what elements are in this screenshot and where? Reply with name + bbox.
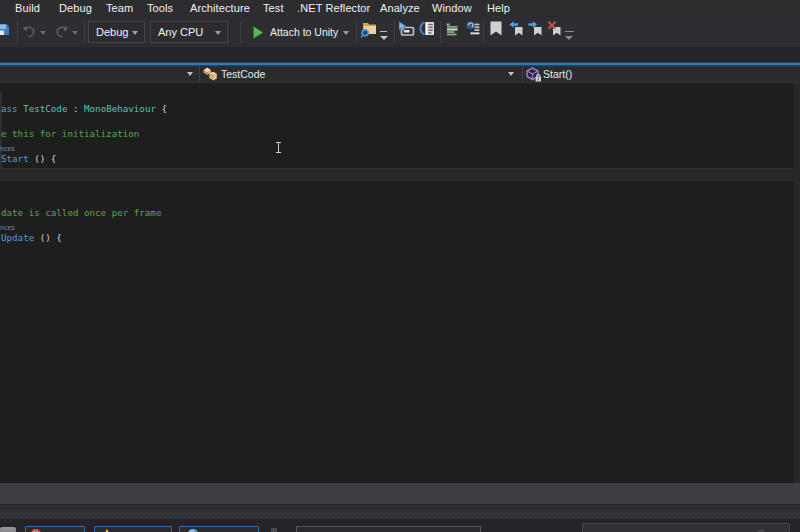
code-line-comment-update: date is called once per frame bbox=[1, 208, 161, 218]
code-line-class-declaration: ass TestCode : MonoBehaviour { bbox=[1, 104, 167, 114]
menu-net-reflector[interactable]: .NET Reflector bbox=[297, 2, 370, 14]
undo-dropdown-chevron[interactable] bbox=[40, 31, 46, 35]
toolbar-separator bbox=[483, 21, 484, 43]
solution-platform-combo[interactable]: Any CPU bbox=[150, 21, 228, 43]
find-in-files-icon[interactable] bbox=[360, 21, 378, 39]
menu-tools[interactable]: Tools bbox=[147, 2, 173, 14]
toolbar-separator bbox=[440, 21, 441, 43]
toolbar-separator bbox=[394, 21, 395, 43]
horizontal-scrollbar[interactable] bbox=[0, 483, 800, 504]
panel-small-icon[interactable] bbox=[271, 528, 277, 532]
toolbar-separator bbox=[356, 21, 357, 43]
menu-debug[interactable]: Debug bbox=[59, 2, 92, 14]
next-bookmark-icon[interactable] bbox=[528, 21, 542, 36]
code-line-update-method: Update () { bbox=[1, 233, 62, 243]
configuration-chevron bbox=[132, 31, 138, 35]
menu-team[interactable]: Team bbox=[106, 2, 133, 14]
configuration-value: Debug bbox=[96, 26, 128, 38]
menu-architecture[interactable]: Architecture bbox=[190, 2, 250, 14]
redo-dropdown-chevron[interactable] bbox=[72, 31, 78, 35]
error-list-search-box[interactable] bbox=[582, 523, 790, 532]
class-icon bbox=[203, 67, 218, 82]
type-dropdown-chevron bbox=[508, 72, 514, 76]
error-source-combo[interactable] bbox=[296, 526, 481, 532]
private-method-icon bbox=[526, 67, 542, 83]
errors-filter-button[interactable]: ✕ bbox=[25, 526, 85, 532]
toolbar-overflow-chevron[interactable] bbox=[565, 31, 574, 40]
vertical-scrollbar[interactable] bbox=[794, 83, 800, 483]
document-tab-well bbox=[0, 47, 800, 63]
toggle-bookmark-icon[interactable] bbox=[490, 21, 502, 36]
code-line-comment-start: e this for initialization bbox=[1, 129, 139, 139]
display-parameter-info-icon[interactable] bbox=[419, 21, 435, 37]
solution-configuration-combo[interactable]: Debug bbox=[88, 21, 145, 43]
platform-chevron bbox=[215, 31, 221, 35]
previous-bookmark-icon[interactable] bbox=[509, 21, 523, 36]
display-object-member-list-icon[interactable] bbox=[398, 21, 415, 37]
menu-help[interactable]: Help bbox=[487, 2, 510, 14]
panel-corner-piece bbox=[0, 527, 16, 532]
clear-bookmarks-icon[interactable] bbox=[547, 21, 561, 36]
uncomment-lines-icon[interactable] bbox=[466, 21, 480, 36]
search-icon bbox=[757, 529, 767, 532]
member-dropdown[interactable]: Start() bbox=[523, 64, 800, 83]
codelens-references-start[interactable]: nces bbox=[0, 145, 15, 153]
messages-filter-button[interactable]: i bbox=[179, 526, 259, 532]
menu-build[interactable]: Build bbox=[15, 2, 40, 14]
navigation-bar: TestCode Start() bbox=[0, 64, 800, 83]
type-dropdown[interactable]: TestCode bbox=[200, 64, 522, 83]
ibeam-mouse-cursor bbox=[275, 142, 282, 154]
toolbar: Debug Any CPU Attach to Unity bbox=[0, 18, 800, 47]
toolbar-separator bbox=[240, 21, 241, 43]
type-dropdown-value: TestCode bbox=[221, 68, 265, 80]
current-line-highlight bbox=[0, 168, 800, 182]
menu-test[interactable]: Test bbox=[263, 2, 284, 14]
codelens-references-update[interactable]: nces bbox=[0, 224, 15, 232]
error-list-panel: ✕ i bbox=[0, 504, 800, 532]
project-dropdown-chevron bbox=[187, 72, 193, 76]
comment-lines-icon[interactable] bbox=[446, 23, 459, 36]
menu-bar: Build Debug Team Tools Architecture Test… bbox=[0, 0, 800, 18]
visual-studio-window: Build Debug Team Tools Architecture Test… bbox=[0, 0, 800, 532]
member-dropdown-value: Start() bbox=[543, 68, 572, 80]
panel-title-grip[interactable] bbox=[0, 511, 800, 519]
warnings-filter-button[interactable] bbox=[94, 526, 172, 532]
save-icon[interactable] bbox=[0, 22, 10, 37]
menu-analyze[interactable]: Analyze bbox=[380, 2, 420, 14]
redo-icon[interactable] bbox=[55, 24, 69, 38]
toolbar-separator bbox=[84, 21, 85, 43]
find-options-chevron[interactable] bbox=[380, 31, 388, 40]
undo-icon[interactable] bbox=[22, 24, 36, 38]
play-icon[interactable] bbox=[252, 26, 264, 39]
toolbar-separator bbox=[17, 21, 18, 43]
code-line-start-method: Start () { bbox=[1, 154, 56, 164]
project-dropdown[interactable] bbox=[0, 64, 199, 83]
attach-to-unity-button[interactable]: Attach to Unity bbox=[270, 26, 338, 38]
code-editor[interactable]: ass TestCode : MonoBehaviour { e this fo… bbox=[0, 83, 800, 483]
active-document-accent-line bbox=[0, 63, 800, 65]
attach-chevron[interactable] bbox=[343, 31, 349, 35]
menu-window[interactable]: Window bbox=[432, 2, 472, 14]
platform-value: Any CPU bbox=[158, 26, 203, 38]
